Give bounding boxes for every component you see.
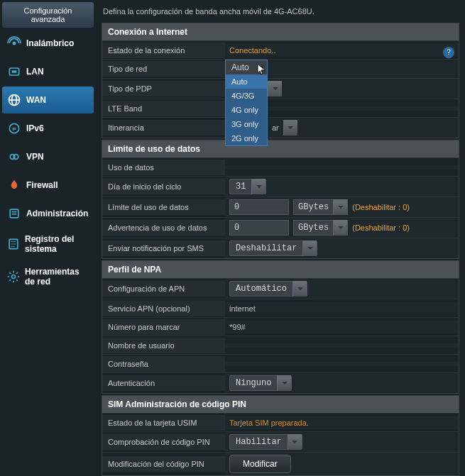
label-auth: Autenticación xyxy=(102,375,225,391)
sms-notify-select[interactable]: Deshabilitar xyxy=(229,240,317,256)
label-password: Contraseña xyxy=(102,356,225,372)
label-data-limit: Límite del uso de datos xyxy=(102,199,225,215)
section-header: SIM Administración de código PIN xyxy=(102,396,459,413)
chevron-down-icon xyxy=(302,240,317,256)
chevron-down-icon xyxy=(277,375,291,391)
pdp-select-btn[interactable] xyxy=(268,81,282,96)
pin-check-select[interactable]: Habilitar xyxy=(229,434,302,450)
auth-select[interactable]: Ninguno xyxy=(229,375,292,391)
wireless-icon xyxy=(6,35,22,51)
chevron-down-icon xyxy=(251,179,266,194)
dropdown-option[interactable]: 3G only xyxy=(226,117,267,131)
sidebar-item-label: VPN xyxy=(26,152,44,162)
label-net-type: Tipo de red xyxy=(102,61,225,77)
chevron-down-icon xyxy=(333,220,347,236)
sidebar-item-firewall[interactable]: Firewall xyxy=(2,172,94,199)
data-limit-unit[interactable]: GBytes xyxy=(293,199,348,215)
label-pin-modify: Modificación del código PIN xyxy=(102,456,225,472)
label-apn-service: Servicio APN (opcional) xyxy=(102,301,225,316)
sidebar-item-label: Firewall xyxy=(26,180,58,190)
section-npa: Perfil de NPA Configuración de APN Autom… xyxy=(102,260,459,394)
value-conn-status: Conectando.. xyxy=(229,46,275,55)
value-usim-status: Tarjeta SIM preparada. xyxy=(229,419,309,427)
main-content: Defina la configuración de banda ancha m… xyxy=(96,0,465,476)
section-sim-pin: SIM Administración de código PIN Estado … xyxy=(102,395,459,476)
sidebar-item-label: Registro del sistema xyxy=(25,234,89,254)
sidebar-item-label: Herramientas de red xyxy=(25,267,89,287)
label-pdp-type: Tipo de PDP xyxy=(102,81,225,96)
cycle-day-select[interactable]: 31 xyxy=(229,179,266,194)
firewall-icon xyxy=(6,177,22,193)
dropdown-option[interactable]: 2G only xyxy=(226,131,267,145)
label-sms-notify: Enviar notificación por SMS xyxy=(102,240,225,256)
sidebar-item-label: WAN xyxy=(26,95,46,105)
label-username: Nombre de usuario xyxy=(102,338,225,353)
log-icon xyxy=(6,236,21,252)
label-data-usage: Uso de datos xyxy=(102,160,225,175)
label-dial-number: Número para marcar xyxy=(102,319,225,335)
data-warn-unit[interactable]: GBytes xyxy=(293,220,348,236)
chevron-down-icon xyxy=(333,199,347,215)
sidebar-item-label: Inalámbrico xyxy=(26,38,74,48)
section-header: Límite de uso de datos xyxy=(102,140,459,157)
label-roaming: Itinerancia xyxy=(102,120,225,135)
apn-config-select[interactable]: Automático xyxy=(229,281,307,297)
sidebar-header: Configuración avanzada xyxy=(2,2,94,28)
label-data-warn: Advertencia de uso de datos xyxy=(102,220,225,236)
section-header: Perfil de NPA xyxy=(102,261,459,278)
page-tagline: Defina la configuración de banda ancha m… xyxy=(102,3,459,23)
label-apn-config: Configuración de APN xyxy=(102,281,225,297)
help-icon[interactable]: ? xyxy=(443,47,454,58)
label-pin-check: Comprobación de código PIN xyxy=(102,434,225,450)
svg-point-0 xyxy=(13,42,16,45)
chevron-down-icon xyxy=(288,434,302,450)
label-cycle-day: Día de inicio del ciclo xyxy=(102,179,225,194)
lan-icon xyxy=(6,64,22,79)
sidebar-item-vpn[interactable]: VPN xyxy=(2,143,94,170)
sidebar-item-wan[interactable]: WAN xyxy=(2,87,94,114)
gear-icon xyxy=(6,269,21,284)
label-lte-band: LTE Band xyxy=(102,101,225,116)
value-apn-service: internet xyxy=(229,304,256,313)
modify-pin-button[interactable]: Modificar xyxy=(229,455,291,473)
svg-rect-2 xyxy=(12,70,17,72)
data-limit-hint: (Deshabilitar : 0) xyxy=(352,203,410,211)
sidebar-item-lan[interactable]: LAN xyxy=(2,58,94,85)
sidebar-item-ipv6[interactable]: IP IPv6 xyxy=(2,115,94,142)
mouse-cursor-icon xyxy=(257,63,267,78)
section-data-limit: Límite de uso de datos Uso de datos Día … xyxy=(102,140,459,259)
section-header: Conexión a Internet xyxy=(102,23,459,40)
sidebar-item-label: LAN xyxy=(26,67,44,77)
data-limit-input[interactable] xyxy=(229,199,289,215)
vpn-icon xyxy=(6,149,22,165)
sidebar-item-label: IPv6 xyxy=(26,123,44,133)
section-connection: Conexión a Internet Estado de la conexió… xyxy=(102,23,459,138)
data-warn-hint: (Deshabilitar : 0) xyxy=(352,223,410,232)
sidebar-item-wireless[interactable]: Inalámbrico xyxy=(2,30,94,57)
admin-icon xyxy=(6,206,22,221)
sidebar-item-syslog[interactable]: Registro del sistema xyxy=(2,228,94,260)
label-conn-status: Estado de la conexión xyxy=(102,43,225,58)
ipv6-icon: IP xyxy=(6,121,22,136)
value-dial-number: *99# xyxy=(229,323,246,331)
label-usim-status: Estado de la tarjeta USIM xyxy=(102,415,225,431)
roaming-suffix: ar xyxy=(272,123,279,132)
sidebar: Configuración avanzada Inalámbrico LAN W… xyxy=(0,0,96,476)
sidebar-item-nettools[interactable]: Herramientas de red xyxy=(2,261,94,292)
chevron-down-icon xyxy=(292,281,307,297)
data-warn-input[interactable] xyxy=(229,220,289,236)
dropdown-option[interactable]: 4G only xyxy=(226,103,267,117)
sidebar-item-label: Administración xyxy=(26,209,88,218)
roaming-select-btn[interactable] xyxy=(283,120,297,135)
svg-point-17 xyxy=(12,275,16,279)
sidebar-item-admin[interactable]: Administración xyxy=(2,200,94,227)
svg-text:IP: IP xyxy=(12,127,16,131)
net-type-selected: Auto xyxy=(231,62,249,72)
dropdown-option[interactable]: 4G/3G xyxy=(226,89,267,103)
globe-icon xyxy=(6,92,22,108)
